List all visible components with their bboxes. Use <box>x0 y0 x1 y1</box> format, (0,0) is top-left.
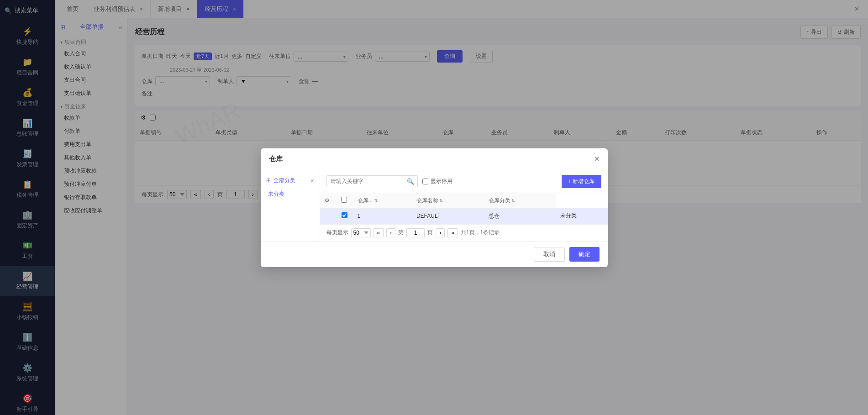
modal-footer: 取消 确定 <box>261 241 608 267</box>
modal-search-input[interactable] <box>326 175 418 187</box>
modal-search-wrap: 🔍 <box>326 175 418 187</box>
modal-overlay[interactable]: 仓库 × ⊞ 全部分类 « 未分类 🔍 <box>0 0 868 415</box>
modal-pagination: 每页显示 50 10 20 100 « ‹ 第 页 › » 共1页，1条记录 <box>320 224 608 241</box>
left-unclassified[interactable]: 未分类 <box>261 187 320 201</box>
cancel-button[interactable]: 取消 <box>534 247 565 262</box>
left-collapse-btn[interactable]: « <box>310 177 314 184</box>
row-category: 未分类 <box>556 208 607 224</box>
modal-body: ⊞ 全部分类 « 未分类 🔍 显示停用 <box>261 170 608 241</box>
row-name: 总仓 <box>484 208 556 224</box>
grid-icon-modal: ⊞ <box>266 177 271 184</box>
row-id: 1 <box>353 208 412 224</box>
modal-table-header-row: ⚙ 仓库...⇅ 仓库名称⇅ 仓库分类⇅ <box>320 193 608 209</box>
modal-per-page-select[interactable]: 50 10 20 100 <box>351 228 371 237</box>
modal-last-page[interactable]: » <box>447 228 458 237</box>
left-panel-header: ⊞ 全部分类 « <box>261 174 320 187</box>
modal-title: 仓库 <box>269 155 283 163</box>
modal-per-page-label: 每页显示 <box>326 229 348 236</box>
modal-search-icon: 🔍 <box>407 178 414 185</box>
modal-first-page[interactable]: « <box>374 228 384 237</box>
modal-select-all[interactable] <box>341 197 347 203</box>
add-warehouse-button[interactable]: + 新增仓库 <box>562 175 601 188</box>
modal-prev-page[interactable]: ‹ <box>386 228 395 237</box>
modal-table-wrap: ⚙ 仓库...⇅ 仓库名称⇅ 仓库分类⇅ 1DEFAULT总仓未分类 <box>320 193 608 224</box>
modal-page-suffix: 页 <box>427 229 433 236</box>
modal-page-label: 第 <box>398 229 404 236</box>
warehouse-modal: 仓库 × ⊞ 全部分类 « 未分类 🔍 <box>261 148 608 267</box>
col-settings-modal[interactable]: ⚙ <box>320 193 337 209</box>
col-category-modal[interactable]: 仓库分类⇅ <box>484 193 556 209</box>
modal-table: ⚙ 仓库...⇅ 仓库名称⇅ 仓库分类⇅ 1DEFAULT总仓未分类 <box>320 193 608 224</box>
row-checkbox[interactable] <box>342 212 347 218</box>
show-disabled-label[interactable]: 显示停用 <box>422 178 452 185</box>
row-checkbox-cell[interactable] <box>337 208 353 224</box>
modal-table-row[interactable]: 1DEFAULT总仓未分类 <box>320 208 608 224</box>
modal-right-panel: 🔍 显示停用 + 新增仓库 ⚙ <box>320 170 608 241</box>
modal-toolbar: 🔍 显示停用 + 新增仓库 <box>320 170 608 193</box>
row-code: DEFAULT <box>412 208 484 224</box>
modal-total-info: 共1页，1条记录 <box>461 229 500 236</box>
row-settings-cell <box>320 208 337 224</box>
confirm-button[interactable]: 确定 <box>569 247 600 262</box>
modal-page-input[interactable] <box>406 228 425 237</box>
modal-left-panel: ⊞ 全部分类 « 未分类 <box>261 170 320 241</box>
col-name-modal[interactable]: 仓库名称⇅ <box>412 193 484 209</box>
modal-close-button[interactable]: × <box>594 155 600 163</box>
col-code-modal[interactable]: 仓库...⇅ <box>353 193 412 209</box>
col-checkbox-modal[interactable] <box>337 193 353 209</box>
all-category-label[interactable]: 全部分类 <box>274 177 295 184</box>
show-disabled-checkbox[interactable] <box>422 179 428 184</box>
modal-next-page[interactable]: › <box>436 228 445 237</box>
modal-header: 仓库 × <box>261 148 608 170</box>
